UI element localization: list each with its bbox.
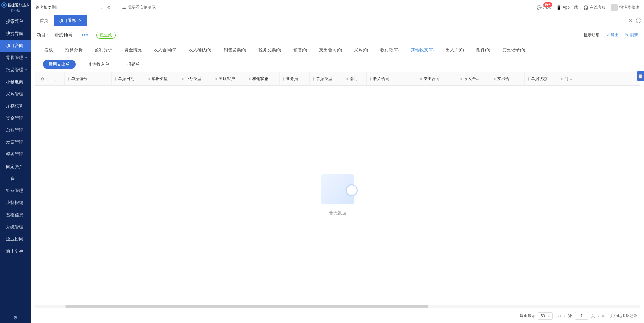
- project-name[interactable]: 测试预算: [53, 32, 73, 38]
- sidebar-item-8[interactable]: 资金管理: [0, 112, 31, 124]
- next-page-button[interactable]: ›: [598, 314, 599, 318]
- sidebar-item-15[interactable]: 小畅报销: [0, 197, 31, 209]
- export-button[interactable]: ⇲ 导出: [606, 32, 619, 38]
- page-size-value: 50: [541, 314, 545, 318]
- sub-tab-8[interactable]: 销售(0): [292, 44, 309, 56]
- sidebar-item-0[interactable]: 搜索菜单: [0, 15, 31, 28]
- sidebar-item-2[interactable]: 项目合同: [0, 40, 31, 52]
- sub-tab-9[interactable]: 支出合同(0): [318, 44, 343, 56]
- column-header-13[interactable]: ▲▼单据状态: [525, 72, 558, 85]
- sidebar-item-label: 小畅报销: [6, 200, 23, 206]
- user-menu[interactable]: 徐泽华修改: [611, 4, 639, 11]
- filter-pill-1[interactable]: 其他收入单: [82, 60, 115, 69]
- online-service-button[interactable]: 🎧 在线客服: [583, 5, 606, 10]
- column-header-11[interactable]: ▲▼收入合...: [457, 72, 491, 85]
- messages-button[interactable]: 💬 消息 99+: [537, 5, 551, 10]
- column-label: 单据状态: [531, 76, 547, 82]
- sidebar-item-17[interactable]: 系统管理: [0, 221, 31, 233]
- close-icon[interactable]: ✕: [79, 18, 82, 23]
- sub-tab-3[interactable]: 资金情况: [123, 44, 143, 56]
- sidebar-item-11[interactable]: 税务管理: [0, 148, 31, 160]
- settings-icon[interactable]: ⚙: [107, 5, 111, 11]
- tab-home[interactable]: 首页: [34, 15, 54, 26]
- column-header-1[interactable]: ▲▼单据日期: [112, 72, 145, 85]
- horizontal-scrollbar[interactable]: [35, 305, 640, 308]
- fullscreen-icon[interactable]: ⛶: [636, 18, 641, 24]
- page-size-select[interactable]: 50 ⌄: [538, 312, 553, 320]
- refresh-label: 刷新: [630, 32, 638, 38]
- table-body: 暂无数据: [35, 86, 640, 305]
- table-header: ⚙ ▲▼单据编号▲▼单据日期▲▼单据类型▲▼业务类型▲▼关联客户▲▼核销状态▲▼…: [35, 72, 640, 86]
- sidebar-item-10[interactable]: 发票管理: [0, 136, 31, 148]
- headset-icon: 🎧: [583, 5, 588, 10]
- sidebar-item-9[interactable]: 总账管理: [0, 124, 31, 136]
- column-header-12[interactable]: ▲▼支出合...: [491, 72, 525, 85]
- sidebar-item-4[interactable]: 批发管理▾: [0, 64, 31, 76]
- sort-icon: ▲▼: [494, 77, 496, 81]
- column-settings-button[interactable]: ⚙: [35, 72, 50, 85]
- show-detail-checkbox[interactable]: 显示明细: [578, 32, 600, 38]
- close-all-icon[interactable]: ✕: [629, 18, 633, 24]
- sidebar-item-5[interactable]: 小畅电商: [0, 76, 31, 88]
- column-header-3[interactable]: ▲▼业务类型: [179, 72, 212, 85]
- sidebar-item-18[interactable]: 企业协同: [0, 233, 31, 245]
- sidebar-item-14[interactable]: 经营管理: [0, 185, 31, 197]
- sub-tab-1[interactable]: 预算分析: [64, 44, 84, 56]
- column-header-5[interactable]: ▲▼核销状态: [246, 72, 280, 85]
- app-download-button[interactable]: 📱 App下载: [556, 5, 578, 10]
- side-panel-toggle[interactable]: 📋: [637, 71, 644, 81]
- sidebar-item-13[interactable]: 工资: [0, 173, 31, 185]
- column-header-10[interactable]: ▲▼支出合同: [417, 72, 457, 85]
- sidebar-item-7[interactable]: 库存核算: [0, 100, 31, 112]
- more-icon[interactable]: •••: [82, 32, 88, 38]
- prev-page-button[interactable]: ‹: [564, 314, 565, 318]
- sub-tab-6[interactable]: 销售发票(0): [222, 44, 248, 56]
- column-header-0[interactable]: ▲▼单据编号: [65, 72, 112, 85]
- last-page-button[interactable]: ⏭: [602, 314, 606, 318]
- sort-icon: ▲▼: [282, 77, 285, 81]
- sidebar-item-6[interactable]: 采购管理: [0, 88, 31, 100]
- sidebar-item-label: 项目合同: [6, 43, 23, 49]
- tab-project-board[interactable]: 项目看板 ✕: [54, 15, 87, 26]
- sub-tab-0[interactable]: 看板: [43, 44, 54, 56]
- sub-tab-13[interactable]: 出入库(0): [444, 44, 465, 56]
- demo-link[interactable]: ☁ 我要看实例演示: [122, 5, 156, 10]
- brand-edition: 专业版: [10, 8, 20, 13]
- sidebar-item-16[interactable]: 基础信息: [0, 209, 31, 221]
- sub-tab-11[interactable]: 收付款(0): [379, 44, 400, 56]
- chevron-down-icon: ⌄: [547, 314, 550, 318]
- first-page-button[interactable]: ⏮: [557, 314, 561, 318]
- column-header-8[interactable]: ▲▼部门: [343, 72, 367, 85]
- sidebar-item-1[interactable]: 快捷导航: [0, 28, 31, 40]
- sub-tab-10[interactable]: 采购(0): [353, 44, 369, 56]
- gear-icon[interactable]: ⚙: [13, 315, 18, 320]
- sub-tab-2[interactable]: 盈利分析: [93, 44, 113, 56]
- filter-pill-2[interactable]: 报销单: [121, 60, 145, 69]
- tab-project-board-label: 项目看板: [59, 18, 77, 24]
- sidebar-footer: ⚙: [0, 312, 31, 323]
- sub-tab-15[interactable]: 变更记录(0): [501, 44, 527, 56]
- select-all-checkbox[interactable]: [50, 72, 65, 85]
- refresh-button[interactable]: ↻ 刷新: [625, 32, 638, 38]
- scrollbar-thumb[interactable]: [65, 305, 428, 308]
- org-selector[interactable]: 徐老板勿删! ⌄: [36, 5, 103, 10]
- sidebar-item-19[interactable]: 新手引导: [0, 245, 31, 257]
- column-header-2[interactable]: ▲▼单据类型: [145, 72, 179, 85]
- sub-tab-7[interactable]: 税务发票(0): [257, 44, 283, 56]
- sub-tab-5[interactable]: 收入确认(0): [187, 44, 213, 56]
- column-header-4[interactable]: ▲▼关联客户: [212, 72, 246, 85]
- export-icon: ⇲: [606, 33, 609, 37]
- column-header-7[interactable]: ▲▼票据类型: [310, 72, 343, 85]
- sub-tab-14[interactable]: 附件(0): [475, 44, 492, 56]
- page-input[interactable]: [575, 312, 588, 320]
- filter-pills: 费用支出单其他收入单报销单: [35, 57, 640, 72]
- column-header-14[interactable]: ▲▼门...: [558, 72, 578, 85]
- phone-icon: 📱: [556, 5, 561, 10]
- column-header-6[interactable]: ▲▼业务员: [280, 72, 310, 85]
- sidebar-item-3[interactable]: 零售管理▾: [0, 52, 31, 64]
- sub-tab-12[interactable]: 其他收支(0): [409, 44, 435, 56]
- column-header-9[interactable]: ▲▼收入合同: [367, 72, 417, 85]
- sub-tab-4[interactable]: 收入合同(0): [152, 44, 178, 56]
- filter-pill-0[interactable]: 费用支出单: [43, 60, 76, 69]
- sidebar-item-12[interactable]: 固定资产: [0, 160, 31, 173]
